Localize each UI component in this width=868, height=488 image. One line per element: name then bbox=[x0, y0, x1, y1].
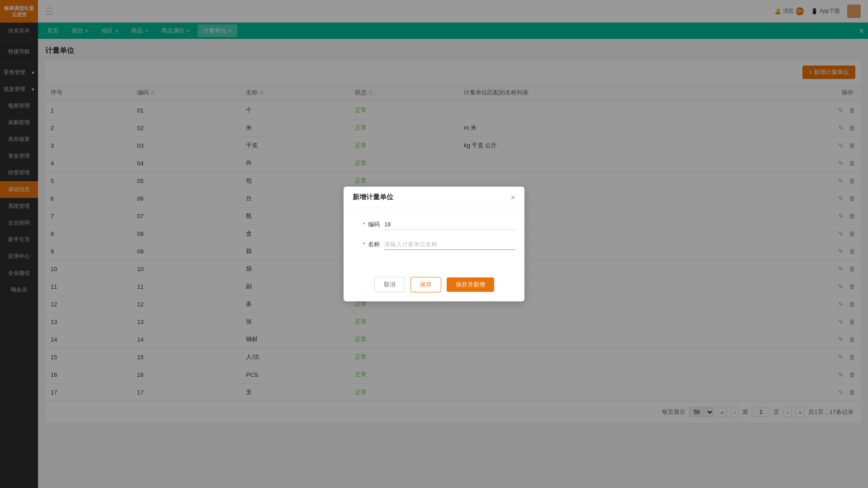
form-row-name: * 名称 bbox=[353, 239, 515, 250]
modal-body: * 编码 * 名称 bbox=[344, 208, 524, 270]
modal-header: 新增计量单位 × bbox=[344, 187, 524, 208]
name-input[interactable] bbox=[384, 239, 515, 250]
modal-title: 新增计量单位 bbox=[353, 193, 393, 202]
required-star-name: * bbox=[363, 241, 365, 248]
required-star: * bbox=[363, 221, 365, 228]
save-button[interactable]: 保存 bbox=[410, 277, 441, 292]
name-label: * 名称 bbox=[353, 240, 380, 249]
form-row-code: * 编码 bbox=[353, 219, 515, 230]
code-label: * 编码 bbox=[353, 221, 380, 229]
modal-footer: 取消 保存 保存并新增 bbox=[344, 270, 524, 301]
save-new-button[interactable]: 保存并新增 bbox=[447, 277, 494, 292]
modal-close-button[interactable]: × bbox=[510, 193, 515, 202]
add-unit-modal: 新增计量单位 × * 编码 * 名称 取消 保存 保存并新增 bbox=[344, 187, 524, 301]
modal-overlay: 新增计量单位 × * 编码 * 名称 取消 保存 保存并新增 bbox=[0, 0, 868, 488]
cancel-button[interactable]: 取消 bbox=[374, 277, 405, 292]
code-input[interactable] bbox=[384, 219, 515, 230]
